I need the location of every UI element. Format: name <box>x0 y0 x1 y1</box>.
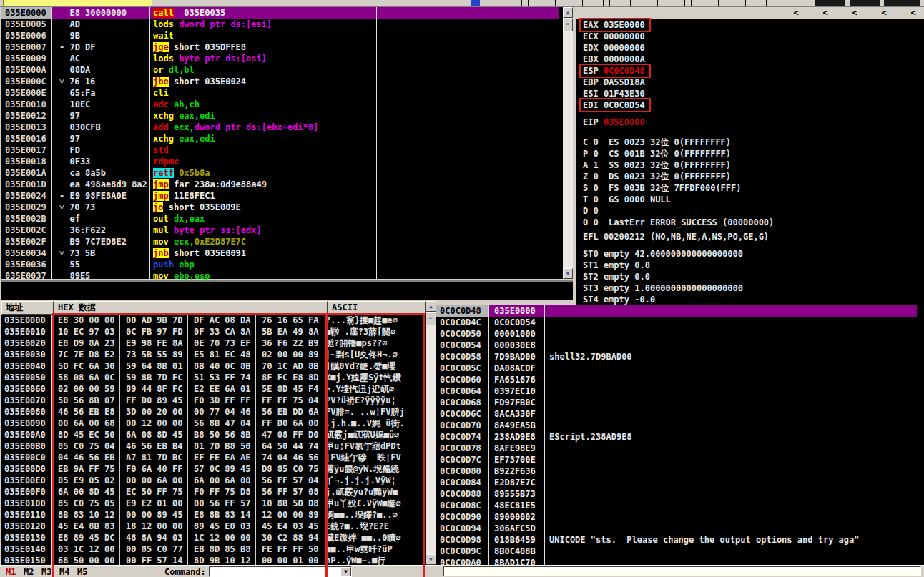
toolbar-button-partial[interactable] <box>637 0 658 6</box>
dump-row[interactable]: 035E00F06A 00 8D 45EC 50 FF 75F0 FF 75 D… <box>1 486 426 498</box>
panel-chevron-button[interactable]: < <box>904 7 923 19</box>
disasm-row[interactable]: 035E0024- E9 98FE8A0Ejmp 11E8FEC1 <box>1 190 563 202</box>
panel-chevron-button[interactable]: < <box>816 7 835 19</box>
memory-tab-m1[interactable]: M1 <box>6 566 16 577</box>
dump-row[interactable]: 035E00307C 7E D8 E273 5B 55 89E5 81 EC 4… <box>1 349 426 360</box>
dump-row[interactable]: 035E0020E8 D9 8A 23E9 98 FE 8A0E 70 73 E… <box>1 337 426 349</box>
stack-row[interactable]: 0C0C0D84E2D87E7C <box>436 477 924 488</box>
disasm-row[interactable]: 035E002B efout dx,eax <box>1 213 563 225</box>
stack-row[interactable]: 0C0C0D48035E0000 <box>436 305 924 317</box>
disasm-row[interactable]: 035E001A ca 8a5bretf 0x5b8a <box>1 167 563 179</box>
command-input[interactable]: ▼ <box>209 566 352 577</box>
stack-row[interactable]: 0C0C0D788AFE98E9 <box>436 443 924 454</box>
stack-row[interactable]: 0C0C0D9C8B0C408B <box>436 546 924 557</box>
scroll-down-icon[interactable]: ▼ <box>426 554 436 565</box>
disasm-row[interactable]: 035E0018 0F33rdpmc <box>1 156 563 167</box>
memory-tab-m3[interactable]: M3 <box>41 566 51 577</box>
memory-tab-m4[interactable]: M4 <box>59 566 69 577</box>
stack-row[interactable]: 0C0C0D68FD97FB0C <box>436 397 924 408</box>
panel-chevron-button[interactable]: < <box>845 7 864 19</box>
disasm-row[interactable]: 035E002C 36:F622mul byte ptr ss:[edx] <box>1 225 563 236</box>
toolbar-button-partial[interactable] <box>664 0 685 6</box>
memory-dump-panel[interactable]: 地址 HEX 数据 ASCII 035E0000E8 30 00 0000 AD… <box>1 301 426 565</box>
disasm-row[interactable]: 035E002F B9 7C7ED8E2mov ecx,0xE2D87E7C <box>1 236 563 247</box>
scrollbar-thumb[interactable]: ≡ <box>426 312 436 325</box>
scroll-down-icon[interactable]: ▼ <box>563 268 573 279</box>
panel-chevron-button[interactable]: < <box>787 7 805 19</box>
memory-tab-m2[interactable]: M2 <box>24 566 34 577</box>
stack-row[interactable]: 0C0C0D80B922F636 <box>436 465 924 477</box>
disasm-row[interactable]: 035E0036 55push ebp <box>1 259 563 270</box>
stack-row[interactable]: 0C0C0D5CDA08ACDF <box>436 363 924 374</box>
scroll-up-icon[interactable]: ▲ <box>563 7 573 18</box>
toolbar-button-partial[interactable] <box>582 0 604 6</box>
address-field-partial[interactable] <box>3 0 152 6</box>
disasm-row[interactable]: 035E0029˅ 70 73jo short 035E009E <box>1 202 563 213</box>
dump-row[interactable]: 035E008046 56 EB E83D 00 20 0000 77 04 4… <box>1 406 426 418</box>
memory-tab-m5[interactable]: M5 <box>77 566 87 577</box>
toolbar-button-partial[interactable] <box>815 0 845 6</box>
disasm-row[interactable]: 035E0012 97xchg eax,edi <box>1 110 563 122</box>
dump-row[interactable]: 035E00E005 E9 05 0200 00 6A 006A 00 6A 0… <box>1 475 426 486</box>
dump-row[interactable]: 035E005058 08 6A 0C59 8B 7D FC51 53 FF 7… <box>1 372 426 383</box>
scrollbar-thumb[interactable]: ≡ <box>563 19 573 31</box>
dump-row[interactable]: 035E015068 50 00 0000 FF 57 148D 9B 10 1… <box>1 555 426 565</box>
dump-row[interactable]: 035E00A08D 45 EC 506A 08 8D 45B8 50 56 8… <box>1 429 426 440</box>
disasm-row[interactable]: 035E0017 FDstd <box>1 144 563 156</box>
stack-row[interactable]: 0C0C0D98018B6459UNICODE "sts. Please cha… <box>436 534 924 546</box>
toolbar-button-partial[interactable] <box>555 0 576 6</box>
stack-row[interactable]: 0C0C0D7CEF73700E <box>436 454 924 465</box>
stack-row[interactable]: 0C0C0D8C48EC81E5 <box>436 500 924 511</box>
dump-row[interactable]: 035E0000E8 30 00 0000 AD 9B 7DDF AC 08 D… <box>1 315 426 326</box>
disasm-row[interactable]: 035E000A 08DAor dl,bl <box>1 64 563 76</box>
toolbar-button-partial[interactable] <box>718 0 739 6</box>
toolbar-button-partial[interactable] <box>884 0 920 6</box>
disasm-row[interactable]: 035E0016 97xchg eax,edi <box>1 133 563 144</box>
scroll-up-icon[interactable]: ▲ <box>426 301 436 312</box>
stack-row[interactable]: 0C0C0D640397EC10 <box>436 385 924 397</box>
disassembly-panel[interactable]: 035E0000 E8 30000000call 035E0035035E000… <box>1 7 563 279</box>
disasm-row[interactable]: 035E001D ea 498ae8d9 8a2jmp far 238a:0d9… <box>1 179 563 190</box>
disasm-row[interactable]: 035E000E 65:Facli <box>1 87 563 99</box>
disassembly-scrollbar[interactable]: ▲ ≡ ▼ <box>563 7 573 279</box>
dump-scrollbar[interactable]: ▲ ≡ ▼ <box>426 301 436 565</box>
stack-row[interactable]: 0C0C0D708A49EA5B <box>436 420 924 431</box>
stack-row[interactable]: 0C0C0D587D9BAD00shell32.7D9BAD00 <box>436 351 924 363</box>
stack-row[interactable]: 0C0C0D8889555B73 <box>436 488 924 500</box>
toolbar-button-partial[interactable] <box>745 0 767 6</box>
stack-row[interactable]: 0C0C0D60FA651676 <box>436 374 924 385</box>
toolbar-button-partial[interactable] <box>528 0 549 6</box>
dump-row[interactable]: 035E014003 1C 12 0000 85 C0 77EB 8D 85 B… <box>1 543 426 555</box>
stack-row[interactable]: 0C0C0D4C0C0C0D54 <box>436 317 924 328</box>
disasm-row[interactable]: 035E0010 10ECadc ah,ch <box>1 99 563 110</box>
dump-row[interactable]: 035E001010 EC 97 030C FB 97 FD0F 33 CA 8… <box>1 326 426 337</box>
chevron-down-icon[interactable]: ▼ <box>340 567 351 576</box>
dump-row[interactable]: 035E0130E8 89 45 DC48 8A 94 031C 12 00 0… <box>1 532 426 543</box>
toolbar-button-partial[interactable] <box>471 0 480 6</box>
stack-row[interactable]: 0C0C0D6C8ACA330F <box>436 408 924 420</box>
stack-panel[interactable]: 0C0C0D48035E00000C0C0D4C0C0C0D540C0C0D50… <box>436 305 924 565</box>
disasm-row[interactable]: 035E0000 E8 30000000call 035E0035 <box>1 7 563 19</box>
stack-row[interactable]: 0C0C0D5000001000 <box>436 328 924 340</box>
disasm-row[interactable]: 035E0013 030CFBadd ecx,dword ptr ds:[ebx… <box>1 122 563 133</box>
dump-row[interactable]: 035E00B085 C0 75 0446 56 EB B481 7D B8 5… <box>1 440 426 452</box>
disasm-row[interactable]: 035E0005 ADlods dword ptr ds:[esi] <box>1 19 563 30</box>
toolbar-button-partial[interactable] <box>850 0 880 6</box>
toolbar-button-partial[interactable] <box>609 0 631 6</box>
dump-row[interactable]: 035E00C004 46 56 EBA7 81 7D BCEF FE EA A… <box>1 452 426 463</box>
registers-panel[interactable]: 寄存器 (FPU) <<<<< EAX 035E0000ECX 00000000… <box>576 7 924 305</box>
stack-row[interactable]: 0C0C0D94306AFC5D <box>436 523 924 534</box>
dump-row[interactable]: 035E00405D FC 6A 3059 64 8B 018B 40 0C 8… <box>1 360 426 372</box>
panel-chevron-button[interactable]: < <box>875 7 893 19</box>
disasm-row[interactable]: 035E000C˅ 76 16jbe short 035E0024 <box>1 76 563 87</box>
toolbar-button-partial[interactable] <box>501 0 522 6</box>
disasm-row[interactable]: 035E0007- 7D DFjge short 035DFFE8 <box>1 41 563 53</box>
disasm-row[interactable]: 035E0006 9Bwait <box>1 30 563 41</box>
stack-row[interactable]: 0C0C0DA08BAD1C70 <box>436 557 924 565</box>
stack-row[interactable]: 0C0C0D74238AD9E8EScript.238AD9E8 <box>436 431 924 443</box>
disasm-row[interactable]: 035E0034˅ 73 5Bjnb short 035E0091 <box>1 247 563 259</box>
dump-row[interactable]: 035E01108B 83 10 1200 00 89 45E8 8B 83 1… <box>1 509 426 521</box>
disasm-row[interactable]: 035E0009 AClods byte ptr ds:[esi] <box>1 53 563 64</box>
toolbar-button-partial[interactable] <box>691 0 712 6</box>
stack-row[interactable]: 0C0C0D9089000002 <box>436 511 924 523</box>
